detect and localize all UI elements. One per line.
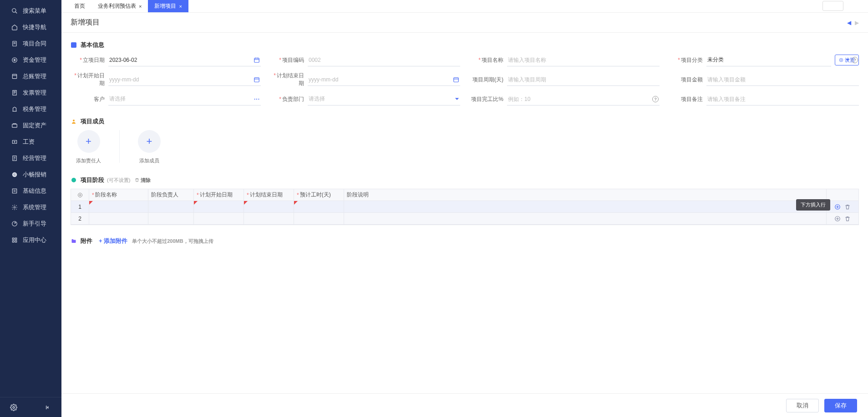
tab-profit-report[interactable]: 业务利润预估表×	[91, 0, 148, 12]
cell-start[interactable]	[194, 201, 244, 213]
svg-rect-27	[254, 58, 259, 62]
section-members: 项目成员	[71, 117, 859, 126]
plan-end-input[interactable]	[308, 73, 460, 86]
cell-owner[interactable]	[148, 201, 194, 213]
cell-start[interactable]	[194, 213, 244, 225]
plan-start-input[interactable]	[108, 73, 261, 86]
project-date-input[interactable]	[108, 54, 261, 66]
sidebar-label: 小畅报销	[23, 171, 46, 179]
calendar-icon[interactable]	[254, 57, 260, 63]
svg-rect-26	[71, 42, 76, 48]
dept-select[interactable]: 请选择	[308, 93, 460, 106]
cell-end[interactable]	[244, 213, 294, 225]
next-record-icon[interactable]: ▶	[855, 20, 859, 26]
folder-icon	[71, 238, 77, 244]
sidebar-item-invoice[interactable]: 发票管理	[0, 85, 61, 101]
tabs: 首页 业务利润预估表× 新增项目×	[61, 0, 868, 13]
help-icon[interactable]: ?	[852, 57, 858, 63]
add-attachment-link[interactable]: + 添加附件	[99, 237, 127, 245]
customer-select[interactable]: 请选择···	[108, 93, 261, 106]
cell-end[interactable]	[244, 201, 294, 213]
settings-icon[interactable]	[10, 404, 17, 411]
close-window-icon[interactable]	[822, 1, 843, 11]
period-input[interactable]	[507, 73, 660, 86]
svg-rect-23	[46, 406, 46, 409]
stage-row[interactable]: 2	[71, 213, 858, 225]
calendar-icon[interactable]	[453, 76, 459, 83]
remark-input[interactable]	[706, 93, 859, 106]
tab-new-project[interactable]: 新增项目×	[148, 0, 188, 12]
sidebar-label: 搜索菜单	[23, 7, 46, 15]
expand-icon[interactable]	[846, 1, 866, 11]
gear-icon	[11, 204, 18, 211]
sidebar-item-funds[interactable]: 资金管理	[0, 52, 61, 68]
sidebar-item-quicknav[interactable]: 快捷导航	[0, 19, 61, 35]
sidebar-item-search[interactable]: 搜索菜单	[0, 3, 61, 19]
chevron-down-icon	[455, 97, 459, 101]
svg-point-11	[14, 141, 15, 142]
cancel-button[interactable]: 取消	[786, 399, 819, 412]
clear-stages-button[interactable]: 清除	[135, 177, 151, 184]
cell-desc[interactable]	[344, 201, 827, 213]
sidebar-item-base[interactable]: 基础信息	[0, 183, 61, 199]
cell-name[interactable]	[89, 213, 148, 225]
tab-label: 新增项目	[154, 2, 176, 10]
sidebar-item-guide[interactable]: 新手引导	[0, 216, 61, 232]
cell-actions	[827, 213, 858, 225]
cell-hours[interactable]	[294, 213, 344, 225]
sidebar-item-ledger[interactable]: 总账管理	[0, 68, 61, 85]
apps-icon	[11, 236, 18, 244]
svg-point-39	[79, 194, 81, 196]
sidebar-item-system[interactable]: 系统管理	[0, 199, 61, 216]
cell-actions	[827, 201, 858, 213]
calendar-icon[interactable]	[254, 76, 260, 83]
section-attachment: 附件 + 添加附件 单个大小不超过200MB，可拖拽上传	[71, 237, 859, 245]
insert-row-icon[interactable]	[834, 216, 841, 222]
svg-text:C: C	[14, 173, 15, 176]
more-icon[interactable]: ···	[254, 96, 260, 102]
field-period: 项目周期(天)	[469, 72, 660, 87]
save-button[interactable]: 保存	[824, 399, 857, 412]
tab-close-icon[interactable]: ×	[179, 4, 182, 9]
svg-point-22	[13, 407, 15, 408]
sidebar-label: 快捷导航	[23, 23, 46, 31]
salary-icon	[11, 138, 18, 146]
project-name-input[interactable]	[507, 54, 660, 66]
cell-hours[interactable]	[294, 201, 344, 213]
sidebar-item-expense[interactable]: C小畅报销	[0, 166, 61, 183]
coin-icon	[11, 56, 18, 64]
tab-home[interactable]: 首页	[68, 0, 91, 12]
sidebar-label: 发票管理	[23, 89, 46, 97]
insert-row-tooltip: 下方插入行	[796, 199, 830, 211]
section-hint: (可不设置)	[107, 177, 130, 184]
cell-desc[interactable]	[344, 213, 827, 225]
prev-record-icon[interactable]: ◀	[847, 20, 851, 26]
add-member-button[interactable]: +	[138, 130, 161, 153]
help-icon[interactable]: ?	[652, 96, 659, 102]
sidebar-item-tax[interactable]: 税务管理	[0, 101, 61, 117]
cell-name[interactable]	[89, 201, 148, 213]
amount-input[interactable]	[706, 73, 859, 86]
insert-row-icon[interactable]	[834, 204, 841, 210]
add-owner-button[interactable]: +	[77, 130, 100, 153]
sidebar-item-apps[interactable]: 应用中心	[0, 232, 61, 248]
section-basic: 基本信息	[71, 41, 859, 49]
collapse-icon[interactable]	[44, 404, 51, 411]
gear-header[interactable]	[71, 189, 89, 201]
field-dept: *负责部门 请选择	[270, 93, 460, 106]
sidebar-item-contract[interactable]: 项目合同	[0, 35, 61, 52]
sidebar-item-asset[interactable]: 固定资产	[0, 117, 61, 134]
sidebar-item-biz[interactable]: 经营管理	[0, 150, 61, 166]
delete-row-icon[interactable]	[844, 216, 851, 222]
project-code-input[interactable]	[308, 54, 460, 66]
sidebar-item-salary[interactable]: 工资	[0, 134, 61, 150]
stage-row[interactable]: 1 下方插入行	[71, 201, 858, 213]
cell-owner[interactable]	[148, 213, 194, 225]
tab-close-icon[interactable]: ×	[139, 4, 142, 9]
svg-point-37	[73, 120, 75, 121]
field-project-date: *立项日期	[71, 54, 261, 66]
project-category-select[interactable]: 未分类?	[706, 54, 831, 66]
asset-icon	[11, 122, 18, 129]
progress-input[interactable]	[507, 93, 660, 106]
delete-row-icon[interactable]	[844, 204, 851, 210]
